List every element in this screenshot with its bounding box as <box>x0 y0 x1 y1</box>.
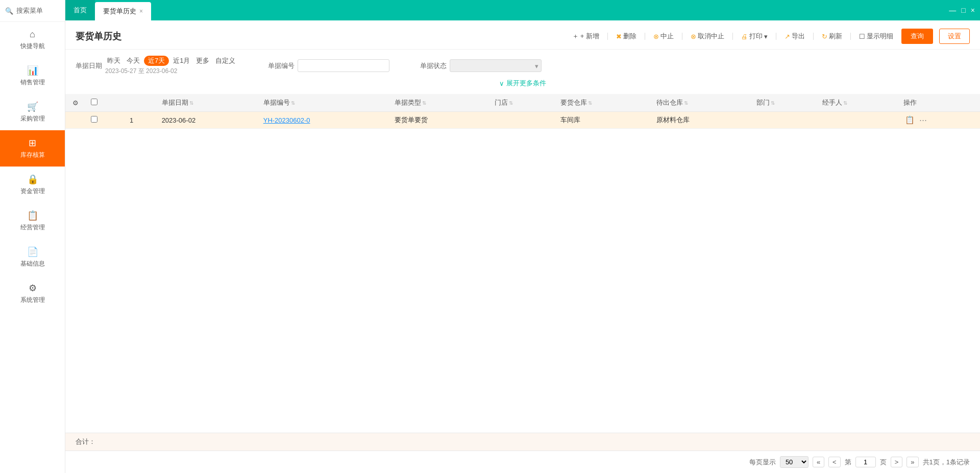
per-page-select[interactable]: 50 100 <box>780 456 808 468</box>
date-option-custom[interactable]: 自定义 <box>213 56 237 66</box>
maximize-icon[interactable]: □ <box>961 6 965 14</box>
sidebar-item-shortcut[interactable]: ⌂ 快捷导航 <box>0 22 65 58</box>
date-option-today[interactable]: 今天 <box>125 56 142 66</box>
sidebar-item-label: 资金管理 <box>20 187 45 196</box>
expand-more-btn[interactable]: ∨ 展开更多条件 <box>76 76 970 90</box>
tab-active-label: 要货单历史 <box>103 7 136 16</box>
td-operation: 📋 ⋯ <box>898 112 980 129</box>
sidebar-item-purchase[interactable]: 🛒 采购管理 <box>0 94 65 130</box>
order-no-input[interactable] <box>298 59 389 72</box>
divider <box>607 33 608 40</box>
last-page-btn[interactable]: » <box>906 457 918 467</box>
more-op-icon[interactable]: ⋯ <box>918 115 928 124</box>
td-req-warehouse: 车间库 <box>555 112 652 129</box>
cancel-stop-button[interactable]: ⊗ 取消中止 <box>689 31 726 42</box>
new-icon: ＋ <box>572 32 579 41</box>
prev-page-btn[interactable]: < <box>828 457 841 467</box>
refresh-icon: ↻ <box>822 33 827 40</box>
page-suffix: 页 <box>880 458 887 467</box>
filter-area: 单据日期 昨天 今天 近7天 近1月 更多 自定义 2023-05-27 至 2… <box>65 50 980 94</box>
table-row: 1 2023-06-02 YH-20230602-0 要货单要货 车间库 原材料… <box>65 112 980 129</box>
td-date: 2023-06-02 <box>157 112 258 129</box>
export-icon: ↗ <box>785 33 790 40</box>
window-close-icon[interactable]: × <box>971 6 975 14</box>
sort-no-icon: ⇅ <box>291 100 295 106</box>
sidebar-item-system[interactable]: ⚙ 系统管理 <box>0 275 65 312</box>
new-button[interactable]: ＋ + 新增 <box>570 31 601 42</box>
finance-icon: 🔒 <box>27 174 38 185</box>
th-type[interactable]: 单据类型⇅ <box>389 94 489 112</box>
divider <box>645 33 645 40</box>
tab-active[interactable]: 要货单历史 × <box>95 2 151 20</box>
stop-button[interactable]: ⊗ 中止 <box>651 31 676 42</box>
show-detail-button[interactable]: ☐ 显示明细 <box>857 31 895 42</box>
tab-home[interactable]: 首页 <box>65 0 95 20</box>
filter-row: 单据日期 昨天 今天 近7天 近1月 更多 自定义 2023-05-27 至 2… <box>76 56 970 76</box>
delete-icon: ✖ <box>616 33 622 40</box>
print-icon: 🖨 <box>741 33 748 40</box>
purchase-icon: 🛒 <box>27 101 38 112</box>
export-button[interactable]: ↗ 导出 <box>782 31 807 42</box>
table-footer: 合计： <box>65 433 980 451</box>
edit-op-icon[interactable]: 📋 <box>903 115 916 124</box>
query-button[interactable]: 查询 <box>901 29 933 44</box>
divider <box>850 33 851 40</box>
delete-button[interactable]: ✖ 删除 <box>614 31 639 42</box>
sidebar-item-operation[interactable]: 📋 经营管理 <box>0 203 65 239</box>
divider <box>813 33 814 40</box>
summary-label: 合计： <box>76 438 95 445</box>
th-date[interactable]: 单据日期⇅ <box>157 94 258 112</box>
divider <box>682 33 682 40</box>
basic-icon: 📄 <box>27 246 38 257</box>
sidebar-item-label: 库存核算 <box>20 151 45 159</box>
page-input[interactable] <box>855 457 876 467</box>
sidebar-item-label: 经营管理 <box>20 223 45 232</box>
print-button[interactable]: 🖨 打印 ▾ <box>739 31 770 42</box>
minimize-icon[interactable]: — <box>949 6 956 14</box>
sidebar-item-sales[interactable]: 📊 销售管理 <box>0 58 65 94</box>
date-option-yesterday[interactable]: 昨天 <box>105 56 122 66</box>
th-store[interactable]: 门店⇅ <box>489 94 555 112</box>
th-no[interactable]: 单据编号⇅ <box>258 94 389 112</box>
divider <box>776 33 776 40</box>
sidebar-item-basic[interactable]: 📄 基础信息 <box>0 239 65 275</box>
td-settings <box>65 112 86 129</box>
refresh-button[interactable]: ↻ 刷新 <box>820 31 844 42</box>
topbar-window-controls: — □ × <box>949 6 975 14</box>
sidebar-item-finance[interactable]: 🔒 资金管理 <box>0 167 65 203</box>
tab-home-label: 首页 <box>74 6 87 15</box>
date-option-7days[interactable]: 近7天 <box>144 56 169 66</box>
sidebar-item-inventory[interactable]: ⊞ 库存核算 <box>0 130 65 167</box>
inventory-icon: ⊞ <box>29 137 36 149</box>
select-all-checkbox[interactable] <box>91 99 97 105</box>
status-select[interactable] <box>450 59 542 72</box>
sort-handler-icon: ⇅ <box>843 100 847 106</box>
order-no-filter: 单据编号 <box>268 59 389 72</box>
th-pending-warehouse[interactable]: 待出仓库⇅ <box>651 94 751 112</box>
topbar: 首页 要货单历史 × — □ × <box>65 0 980 20</box>
table-header-row: ⚙ 单据日期⇅ 单据编号⇅ 单据类型⇅ 门店⇅ 要货仓库⇅ 待出仓库⇅ 部门⇅ … <box>65 94 980 112</box>
sales-icon: 📊 <box>27 65 38 76</box>
date-option-more[interactable]: 更多 <box>194 56 211 66</box>
next-page-btn[interactable]: > <box>891 457 903 467</box>
sidebar-item-label: 系统管理 <box>20 296 45 304</box>
setting-button[interactable]: 设置 <box>939 29 970 44</box>
th-dept[interactable]: 部门⇅ <box>751 94 817 112</box>
sort-date-icon: ⇅ <box>189 100 193 106</box>
th-settings[interactable]: ⚙ <box>65 94 86 112</box>
th-handler[interactable]: 经手人⇅ <box>817 94 898 112</box>
sort-type-icon: ⇅ <box>422 100 426 106</box>
th-req-warehouse[interactable]: 要货仓库⇅ <box>555 94 652 112</box>
order-no-link[interactable]: YH-20230602-0 <box>263 116 310 124</box>
sidebar-item-label: 快捷导航 <box>20 42 45 51</box>
row-checkbox[interactable] <box>91 116 97 123</box>
operation-icon: 📋 <box>27 210 38 221</box>
first-page-btn[interactable]: « <box>813 457 824 467</box>
tab-close-icon[interactable]: × <box>139 8 143 15</box>
date-option-1month[interactable]: 近1月 <box>171 56 192 66</box>
per-page-label: 每页显示 <box>749 458 776 467</box>
sidebar-search[interactable]: 🔍 搜索菜单 <box>0 0 65 22</box>
sidebar-search-label: 搜索菜单 <box>16 6 43 15</box>
content-area: 要货单历史 ＋ + 新增 ✖ 删除 ⊗ 中止 ⊗ <box>65 20 980 473</box>
th-operation: 操作 <box>898 94 980 112</box>
